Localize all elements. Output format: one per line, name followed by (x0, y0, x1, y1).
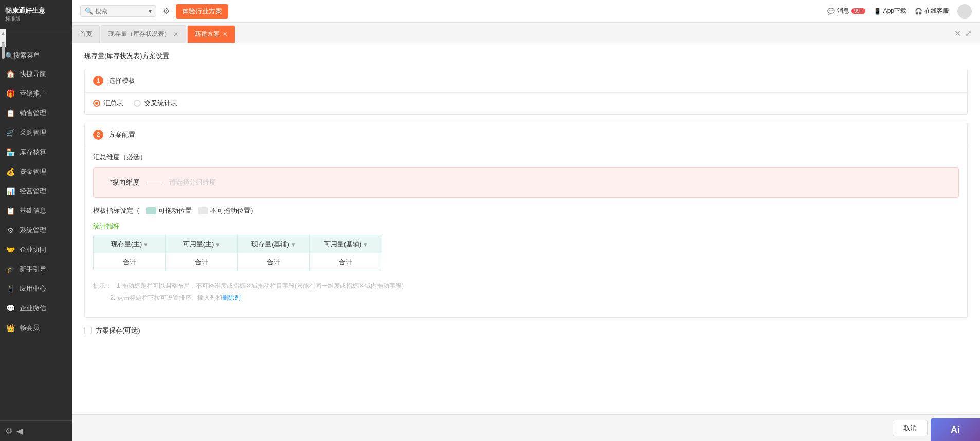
cancel-button[interactable]: 取消 (893, 420, 928, 436)
sales-icon: 📋 (5, 108, 15, 118)
sidebar-item-basic-info[interactable]: 📋 基础信息 (0, 201, 72, 220)
save-row: 方案保存(可选) (84, 326, 968, 335)
user-avatar[interactable] (957, 4, 972, 19)
sidebar-item-label: 销售管理 (20, 108, 46, 118)
sidebar-item-sales[interactable]: 📋 销售管理 (0, 103, 72, 123)
system-icon: ⚙ (5, 225, 15, 235)
step2-card: 2 方案配置 汇总维度（必选） *纵向维度 —— 请选择分组维度 (84, 123, 968, 318)
step2-number: 2 (93, 130, 103, 140)
scroll-thumb (2, 43, 5, 59)
sidebar-item-app-center[interactable]: 📱 应用中心 (0, 279, 72, 299)
sidebar-item-label: 企业微信 (20, 304, 46, 313)
phone-icon: 📱 (874, 8, 881, 15)
metrics-setting: 模板指标设定（ 可拖动位置 不可拖动位置） (93, 206, 959, 215)
service-label: 在线客服 (924, 7, 949, 15)
sidebar-item-guide[interactable]: 🎓 新手引导 (0, 260, 72, 279)
stats-cell-2: 合计 (238, 253, 310, 271)
sidebar-item-quick-nav[interactable]: 🏠 快捷导航 (0, 64, 72, 84)
save-label: 方案保存(可选) (96, 326, 140, 335)
sidebar-item-member[interactable]: 👑 畅会员 (0, 318, 72, 338)
tab-new-scheme[interactable]: 新建方案 ✕ (187, 25, 235, 43)
sidebar-item-label: 资金管理 (20, 167, 46, 176)
message-btn[interactable]: 💬 消息 99+ (827, 7, 865, 15)
step1-title: 选择模板 (108, 76, 135, 85)
purchase-icon: 🛒 (5, 127, 15, 138)
tab-home[interactable]: 首页 (72, 25, 100, 43)
dimension-selector[interactable]: *纵向维度 —— 请选择分组维度 (93, 167, 959, 198)
stats-label: 统计指标 (93, 222, 959, 231)
inventory-icon: 🏪 (5, 147, 15, 157)
wechat-icon: 💬 (5, 303, 15, 314)
stats-col-1[interactable]: 可用量(主) ▾ (166, 235, 238, 253)
tips-section: 提示： 1.拖动标题栏可以调整布局，不可跨维度或指标区域拖动栏目字段(只能在同一… (93, 281, 959, 303)
ai-float-button[interactable]: Ai (931, 418, 980, 441)
col-3-dropdown-icon[interactable]: ▾ (364, 241, 367, 248)
search-icon: 🔍 (5, 52, 13, 60)
sidebar-item-label: 基础信息 (20, 206, 46, 215)
app-logo: 畅康通好生意 标准版 (0, 0, 72, 29)
online-service-btn[interactable]: 🎧 在线客服 (915, 7, 949, 15)
scheme-section: 汇总维度（必选） *纵向维度 —— 请选择分组维度 模板指标设定（ (85, 146, 967, 317)
gear-icon[interactable]: ⚙ (162, 6, 170, 16)
stats-col-2[interactable]: 现存量(基辅) ▾ (238, 235, 310, 253)
save-checkbox[interactable] (84, 327, 92, 334)
sidebar-item-purchase[interactable]: 🛒 采购管理 (0, 123, 72, 142)
tab-new-scheme-label: 新建方案 (195, 30, 220, 39)
stats-table-row: 合计 合计 合计 合计 (94, 253, 382, 271)
settings-icon[interactable]: ⚙ (5, 426, 12, 436)
col-1-dropdown-icon[interactable]: ▾ (216, 241, 220, 248)
sidebar-item-label: 库存核算 (20, 148, 46, 157)
finance-icon: 💰 (5, 167, 15, 177)
sidebar-item-finance[interactable]: 💰 资金管理 (0, 162, 72, 181)
draggable-badge: 可拖动位置 (146, 206, 192, 215)
home-icon: 🏠 (5, 69, 15, 79)
tab-inventory-status-close[interactable]: ✕ (173, 31, 178, 38)
topbar-right: 💬 消息 99+ 📱 App下载 🎧 在线客服 (827, 4, 972, 19)
tab-new-scheme-close[interactable]: ✕ (223, 31, 228, 38)
sidebar-bottom: ⚙ ◀ (0, 420, 72, 441)
col-0-dropdown-icon[interactable]: ▾ (144, 241, 148, 248)
close-window-icon[interactable]: ✕ (954, 29, 961, 39)
search-input[interactable] (95, 8, 147, 15)
sidebar-item-inventory[interactable]: 🏪 库存核算 (0, 142, 72, 162)
tip-1: 提示： 1.拖动标题栏可以调整布局，不可跨维度或指标区域拖动栏目字段(只能在同一… (93, 281, 959, 291)
app-download-btn[interactable]: 📱 App下载 (874, 7, 906, 15)
expand-window-icon[interactable]: ⤢ (965, 29, 972, 39)
radio-summary-circle (93, 100, 100, 107)
window-controls: ✕ ⤢ (946, 23, 980, 45)
sidebar-item-operation[interactable]: 📊 经营管理 (0, 181, 72, 201)
sidebar-search-label: 搜索菜单 (13, 51, 40, 60)
industry-btn[interactable]: 体验行业方案 (176, 4, 228, 19)
step1-number: 1 (93, 76, 103, 86)
non-draggable-box (198, 207, 208, 214)
col-2-dropdown-icon[interactable]: ▾ (292, 241, 295, 248)
search-dropdown-icon[interactable]: ▾ (149, 8, 152, 15)
stats-cell-0: 合计 (94, 253, 166, 271)
sidebar-item-system[interactable]: ⚙ 系统管理 (0, 220, 72, 240)
message-badge: 99+ (851, 8, 865, 14)
stats-col-2-label: 现存量(基辅) (251, 240, 289, 249)
headset-icon: 🎧 (915, 8, 922, 15)
stats-col-3[interactable]: 可用量(基辅) ▾ (310, 235, 382, 253)
scroll-up-btn[interactable]: ▲ (1, 30, 6, 36)
sidebar-search[interactable]: 🔍 搜索菜单 (0, 47, 72, 64)
radio-cross-circle (134, 100, 141, 107)
template-radio-group: 汇总表 交叉统计表 (85, 93, 967, 114)
sidebar-item-label: 快捷导航 (20, 69, 46, 79)
sidebar-item-label: 应用中心 (20, 284, 46, 293)
sidebar-item-marketing[interactable]: 🎁 营销推广 (0, 84, 72, 103)
step1-header: 1 选择模板 (85, 69, 967, 93)
draggable-box (146, 207, 156, 214)
sidebar-item-label: 采购管理 (20, 128, 46, 137)
content-area: 现存量(库存状况表)方案设置 1 选择模板 汇总表 交 (72, 43, 980, 414)
tab-inventory-status[interactable]: 现存量（库存状况表） ✕ (101, 25, 186, 43)
stats-col-0[interactable]: 现存量(主) ▾ (94, 235, 166, 253)
gift-icon: 🎁 (5, 88, 15, 99)
sidebar-item-wechat[interactable]: 💬 企业微信 (0, 299, 72, 318)
search-box[interactable]: 🔍 ▾ (80, 5, 156, 17)
collapse-icon[interactable]: ◀ (16, 426, 23, 436)
sidebar-item-cooperation[interactable]: 🤝 企业协同 (0, 240, 72, 260)
radio-cross-label: 交叉统计表 (144, 99, 177, 108)
radio-cross[interactable]: 交叉统计表 (134, 99, 177, 108)
radio-summary[interactable]: 汇总表 (93, 99, 123, 108)
